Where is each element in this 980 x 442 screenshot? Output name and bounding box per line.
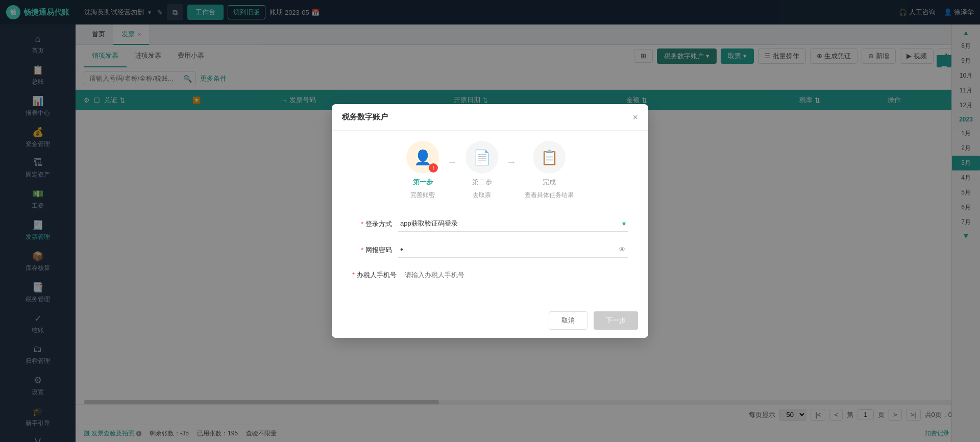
step-3-desc: 查看具体任务结果 [525,191,574,200]
step-3-icon: 📋 [541,149,558,166]
step-3-icon-wrap: 📋 [533,141,566,174]
modal-overlay[interactable]: 税务数字账户 × 👤 ! 第一步 完善账密 → [0,0,980,442]
login-method-label: * 登录方式 [352,219,398,229]
step-1-badge: ! [429,163,438,173]
step-2-label: 第二步 [472,178,492,187]
step-1: 👤 ! 第一步 完善账密 [406,141,439,200]
modal-dialog: 税务数字账户 × 👤 ! 第一步 完善账密 → [332,104,648,338]
modal-footer: 取消 下一步 [332,303,648,338]
step-2-desc: 去取票 [473,191,491,200]
form-row-login-method: * 登录方式 app获取验证码登录 ▾ [352,216,628,232]
step-arrow-2: → [498,156,525,184]
step-2: 📄 第二步 去取票 [465,141,498,200]
step-3-label: 完成 [543,178,556,187]
login-method-value: app获取验证码登录 [400,219,622,228]
modal-cancel-button[interactable]: 取消 [549,311,587,330]
step-1-icon: 👤 [414,149,432,166]
step-2-icon-wrap: 📄 [465,141,498,174]
password-value: • [400,245,619,254]
steps: 👤 ! 第一步 完善账密 → 📄 第二步 去取票 → [352,141,628,200]
modal-header: 税务数字账户 × [332,104,648,131]
form-row-password: * 网报密码 • 👁 [352,242,628,258]
login-method-dropdown-icon: ▾ [622,219,626,228]
phone-label: * 办税人手机号 [352,271,403,280]
modal-close-button[interactable]: × [632,113,638,122]
step-arrow-1: → [439,156,465,184]
modal-title: 税务数字账户 [342,112,388,122]
phone-input[interactable] [403,268,628,282]
step-2-icon: 📄 [473,149,491,166]
step-1-desc: 完善账密 [410,191,435,200]
step-1-label: 第一步 [413,178,433,187]
password-eye-icon[interactable]: 👁 [619,245,626,254]
password-label: * 网报密码 [352,245,398,255]
form-row-phone: * 办税人手机号 [352,268,628,282]
step-1-icon-wrap: 👤 ! [406,141,439,174]
login-method-select[interactable]: app获取验证码登录 ▾ [398,216,628,232]
modal-body: 👤 ! 第一步 完善账密 → 📄 第二步 去取票 → [332,131,648,303]
password-field[interactable]: • 👁 [398,242,628,258]
step-3: 📋 完成 查看具体任务结果 [525,141,574,200]
modal-next-button[interactable]: 下一步 [594,311,638,330]
